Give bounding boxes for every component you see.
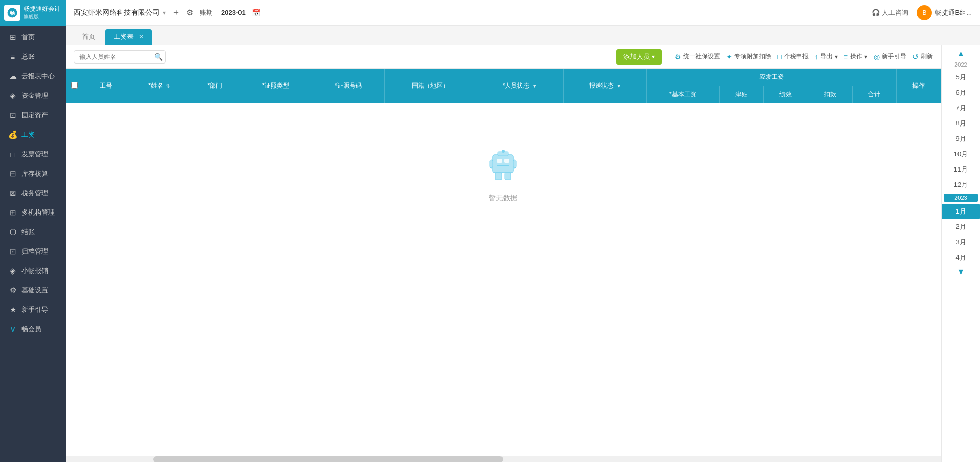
sidebar-item-ledger[interactable]: ≡ 总账 <box>0 47 66 67</box>
date-nav-down[interactable]: ▼ <box>955 265 967 279</box>
date-panel: ▲ 2022 5月 6月 7月 8月 9月 10月 11月 12月 2023 1… <box>941 45 980 462</box>
date-item-6[interactable]: 6月 <box>942 85 980 100</box>
service-button[interactable]: 🎧 人工咨询 <box>872 8 908 17</box>
search-box[interactable]: 🔍 <box>74 50 166 64</box>
horizontal-scrollbar[interactable] <box>66 456 941 462</box>
date-item-4[interactable]: 4月 <box>942 250 980 265</box>
sidebar-label-settings: 基础设置 <box>21 286 48 295</box>
data-table-container: 工号 *姓名 ⇅ *部门 *证照类型 <box>66 69 941 456</box>
date-item-1-active[interactable]: 1月 <box>942 204 980 219</box>
date-nav-up[interactable]: ▲ <box>955 47 967 60</box>
date-item-12[interactable]: 12月 <box>942 177 980 193</box>
search-icon[interactable]: 🔍 <box>154 53 163 61</box>
date-item-7[interactable]: 7月 <box>942 100 980 116</box>
name-sort-icon[interactable]: ⇅ <box>166 83 170 89</box>
cloud-icon: ☁ <box>8 72 17 81</box>
calendar-icon[interactable]: 📅 <box>252 9 260 17</box>
sidebar-item-multi-org[interactable]: ⊞ 多机构管理 <box>0 203 66 222</box>
sidebar: 畅 畅捷通好会计 旗舰版 ⊞ 首页 ≡ 总账 ☁ 云报表中心 ◈ 资金管理 ⊡ … <box>0 0 66 462</box>
th-nationality: 国籍（地区） <box>384 69 476 103</box>
sidebar-item-invoice[interactable]: □ 发票管理 <box>0 144 66 164</box>
sidebar-item-cloud-report[interactable]: ☁ 云报表中心 <box>0 67 66 86</box>
sidebar-item-member[interactable]: V 畅会员 <box>0 320 66 339</box>
funds-icon: ◈ <box>8 91 17 100</box>
social-security-btn[interactable]: ⚙ 统一社保设置 <box>674 52 720 61</box>
search-input[interactable] <box>79 53 151 60</box>
refresh-btn[interactable]: ↺ 刷新 <box>912 52 933 61</box>
sidebar-label-close: 结账 <box>21 227 35 237</box>
tab-close-icon[interactable]: ✕ <box>139 33 144 40</box>
th-total: 合计 <box>852 86 897 103</box>
select-all-checkbox[interactable] <box>71 82 78 89</box>
sidebar-label-member: 畅会员 <box>21 325 41 334</box>
scroll-thumb[interactable] <box>153 456 503 462</box>
invoice-icon: □ <box>8 150 17 159</box>
add-company-icon[interactable]: ＋ <box>172 7 180 18</box>
content-area: 🔍 添加人员 ▾ ⚙ 统一社保设置 ✦ 专项附加扣除 <box>66 45 941 462</box>
settings-gear-icon[interactable]: ⚙ <box>186 8 193 17</box>
special-deduct-btn[interactable]: ✦ 专项附加扣除 <box>726 52 771 61</box>
sidebar-label-invoice: 发票管理 <box>21 150 48 159</box>
user-profile[interactable]: B 畅捷通B组... <box>917 5 972 20</box>
svg-rect-3 <box>497 159 502 163</box>
headset-icon: 🎧 <box>872 9 880 16</box>
date-item-2[interactable]: 2月 <box>942 219 980 235</box>
empty-text: 暂无数据 <box>489 194 517 203</box>
header-icons: ＋ ⚙ <box>172 7 193 18</box>
date-item-5[interactable]: 5月 <box>942 70 980 85</box>
th-name: *姓名 ⇅ <box>128 69 190 103</box>
sidebar-label-expense: 小畅报销 <box>21 266 48 276</box>
th-checkbox[interactable] <box>66 69 84 103</box>
sidebar-item-archive[interactable]: ⊡ 归档管理 <box>0 242 66 261</box>
logo-icon: 畅 <box>4 5 20 21</box>
sidebar-label-inventory: 库存核算 <box>21 169 48 178</box>
sidebar-item-inventory[interactable]: ⊟ 库存核算 <box>0 164 66 183</box>
sidebar-label-guide: 新手引导 <box>21 305 48 314</box>
export-label: 导出 <box>820 52 833 61</box>
archive-icon: ⊡ <box>8 247 17 256</box>
settings-icon: ⚙ <box>8 286 17 295</box>
guide-btn[interactable]: ◎ 新手引导 <box>874 52 906 61</box>
sidebar-item-home[interactable]: ⊞ 首页 <box>0 28 66 47</box>
company-selector[interactable]: 西安虾米网络科技有限公司 ▾ <box>74 8 166 17</box>
sidebar-label-assets: 固定资产 <box>21 111 48 120</box>
sidebar-item-close[interactable]: ⬡ 结账 <box>0 222 66 242</box>
th-report-status: 报送状态 ▼ <box>563 69 646 103</box>
date-item-8[interactable]: 8月 <box>942 116 980 131</box>
personal-tax-label: 个税申报 <box>784 52 809 61</box>
sidebar-item-tax[interactable]: ⊠ 税务管理 <box>0 183 66 203</box>
sidebar-item-settings[interactable]: ⚙ 基础设置 <box>0 281 66 300</box>
tab-salary[interactable]: 工资表 ✕ <box>105 29 152 45</box>
personal-tax-btn[interactable]: □ 个税申报 <box>777 52 808 61</box>
special-deduct-icon: ✦ <box>726 53 732 61</box>
sidebar-item-fixed-assets[interactable]: ⊡ 固定资产 <box>0 106 66 125</box>
export-btn[interactable]: ↑ 导出 ▾ <box>815 52 838 61</box>
sidebar-item-guide[interactable]: ★ 新手引导 <box>0 300 66 320</box>
date-item-3[interactable]: 3月 <box>942 235 980 250</box>
date-item-9[interactable]: 9月 <box>942 131 980 146</box>
assets-icon: ⊡ <box>8 111 17 120</box>
sidebar-item-salary[interactable]: 💰 工资 <box>0 125 66 144</box>
top-header: 西安虾米网络科技有限公司 ▾ ＋ ⚙ 账期 2023-01 📅 🎧 人工咨询 B… <box>66 0 980 26</box>
th-employee-no: 工号 <box>84 69 128 103</box>
report-filter-icon[interactable]: ▼ <box>616 83 621 89</box>
social-security-label: 统一社保设置 <box>683 52 720 61</box>
user-name: 畅捷通B组... <box>935 8 972 17</box>
th-dept: *部门 <box>190 69 239 103</box>
salary-icon: 💰 <box>8 130 17 139</box>
tab-salary-label: 工资表 <box>114 33 134 40</box>
sidebar-item-expense[interactable]: ◈ 小畅报销 <box>0 261 66 281</box>
date-item-11[interactable]: 11月 <box>942 162 980 177</box>
period-value: 2023-01 <box>221 9 246 16</box>
sidebar-label-cloud: 云报表中心 <box>21 72 55 81</box>
date-item-10[interactable]: 10月 <box>942 146 980 162</box>
operate-arrow: ▾ <box>864 53 867 60</box>
operate-btn[interactable]: ≡ 操作 ▾ <box>844 52 867 61</box>
sidebar-item-funds[interactable]: ◈ 资金管理 <box>0 86 66 106</box>
company-name: 西安虾米网络科技有限公司 <box>74 8 160 17</box>
add-person-button[interactable]: 添加人员 ▾ <box>616 49 662 65</box>
tab-home[interactable]: 首页 <box>74 29 103 45</box>
sidebar-nav: ⊞ 首页 ≡ 总账 ☁ 云报表中心 ◈ 资金管理 ⊡ 固定资产 💰 工资 □ 发… <box>0 26 66 462</box>
status-filter-icon[interactable]: ▼ <box>532 83 537 89</box>
refresh-icon: ↺ <box>912 53 919 61</box>
